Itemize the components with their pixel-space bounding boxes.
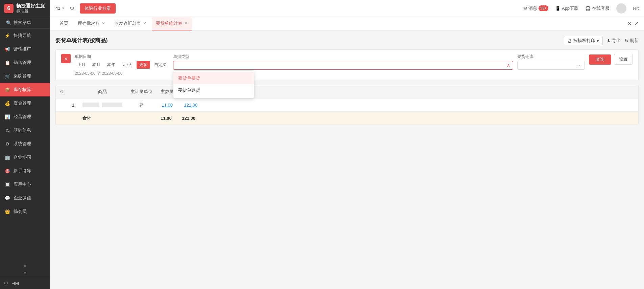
sidebar-item-system[interactable]: ⚙ 系统管理 xyxy=(0,137,50,151)
tab-receive-summary[interactable]: 收发存汇总表 ✕ xyxy=(111,17,150,30)
sidebar-item-guide[interactable]: 🎯 新手引导 xyxy=(0,164,50,178)
tab-home[interactable]: 首页 xyxy=(55,17,72,30)
date-range-text: 2023-05-06 至 2023-06-06 xyxy=(75,71,169,76)
sidebar-item-purchase[interactable]: 🛒 采购管理 xyxy=(0,69,50,83)
amount-link[interactable]: 121.00 xyxy=(184,103,197,108)
messages-badge: 99+ xyxy=(539,5,548,11)
nav-label: 采购管理 xyxy=(14,73,31,79)
tab-expand-btn[interactable]: ⤢ xyxy=(634,20,639,27)
dropdown-item-requisition[interactable]: 要货单要货 xyxy=(173,72,254,84)
sidebar-item-enterprise[interactable]: 🏢 企业协同 xyxy=(0,151,50,164)
sidebar-settings-icon[interactable]: ⚙ xyxy=(4,281,8,286)
tab-close-all-btn[interactable]: ✕ xyxy=(627,20,631,27)
store-name: 41 xyxy=(55,6,60,11)
warehouse-more-btn[interactable]: ⋯ xyxy=(577,63,582,68)
avatar[interactable] xyxy=(616,3,626,14)
quantity-link[interactable]: 11.00 xyxy=(162,103,173,108)
sidebar-item-appstore[interactable]: 🔲 应用中心 xyxy=(0,178,50,191)
app-download-label: App下载 xyxy=(562,5,578,12)
header-settings-icon[interactable]: ⚙ xyxy=(70,5,74,12)
col-settings-icon[interactable]: ⚙ xyxy=(60,89,64,94)
footer-empty-cell xyxy=(204,112,638,125)
more-shortcuts-btn[interactable]: 更多 xyxy=(137,61,150,69)
nav-label: 畅会员 xyxy=(14,208,27,215)
tab-order-summary[interactable]: 要货单统计表 ✕ xyxy=(152,17,192,30)
sidebar-item-quick-nav[interactable]: ⚡ 快捷导航 xyxy=(0,29,50,42)
refresh-btn[interactable]: ↻ 刷新 xyxy=(625,38,639,44)
type-filter-group: 单据类型 ∧ 要货单要货 要货单退货 xyxy=(173,54,513,70)
store-selector[interactable]: 41 ▾ xyxy=(55,6,64,11)
print-label: 按模板打印 xyxy=(573,38,595,44)
warehouse-input[interactable] xyxy=(520,63,577,68)
sidebar-scroll-up[interactable]: ▲ xyxy=(0,261,50,269)
footer-label: 合计 xyxy=(82,115,91,120)
sidebar-item-sales[interactable]: 📋 销售管理 xyxy=(0,56,50,69)
filter-settings-btn[interactable]: 设置 xyxy=(614,54,633,65)
sidebar-scroll-down[interactable]: ▼ xyxy=(0,269,50,277)
print-btn[interactable]: 🖨 按模板打印 ▾ xyxy=(564,36,603,45)
footer-quantity-cell: 11.00 xyxy=(157,112,178,125)
tab-inventory-batch[interactable]: 库存批次账 ✕ xyxy=(74,17,109,30)
filter-expand-btn[interactable]: » xyxy=(61,54,71,63)
sidebar-item-operation[interactable]: 📊 经营管理 xyxy=(0,110,50,124)
product-cell xyxy=(82,103,122,107)
type-input[interactable] xyxy=(176,63,507,68)
logo-icon: 6 xyxy=(4,4,14,13)
query-btn[interactable]: 查询 xyxy=(589,54,611,65)
filter-row: » 单据日期 上月 本月 本年 近7天 更多 自定义 2023-05-06 至 … xyxy=(61,54,633,76)
online-service-label: 在线客服 xyxy=(592,5,610,12)
sidebar-item-wechat[interactable]: 💬 企业微信 xyxy=(0,191,50,205)
trial-btn[interactable]: 体验行业方案 xyxy=(80,3,116,14)
page-content: 要货单统计表(按商品) 🖨 按模板打印 ▾ ⬇ 导出 ↻ 刷新 xyxy=(50,30,644,289)
operation-icon: 📊 xyxy=(4,113,11,120)
dropdown-item-return[interactable]: 要货单退货 xyxy=(173,84,254,96)
col-product-header: 商品 xyxy=(78,85,126,98)
sidebar-item-finance[interactable]: 💰 资金管理 xyxy=(0,96,50,110)
header: 41 ▾ ⚙ 体验行业方案 ✉ 消息 99+ 📱 App下载 🎧 在线客服 Ri… xyxy=(50,0,644,17)
recent-7-btn[interactable]: 近7天 xyxy=(119,61,135,69)
type-dropdown-arrow[interactable]: ∧ xyxy=(507,63,510,68)
messages-btn[interactable]: ✉ 消息 99+ xyxy=(523,5,548,12)
tab-order-summary-close[interactable]: ✕ xyxy=(184,21,188,26)
export-label: 导出 xyxy=(612,38,621,44)
sidebar-item-marketing[interactable]: 📢 营销推广 xyxy=(0,42,50,56)
tab-home-label: 首页 xyxy=(59,20,68,26)
row-quantity-cell: 11.00 xyxy=(157,98,178,112)
sidebar-item-basic[interactable]: 🗂 基础信息 xyxy=(0,124,50,137)
quick-nav-icon: ⚡ xyxy=(4,32,11,39)
header-left: 41 ▾ ⚙ 体验行业方案 xyxy=(55,3,116,14)
prev-month-btn[interactable]: 上月 xyxy=(75,61,88,69)
date-shortcuts: 上月 本月 本年 近7天 更多 自定义 xyxy=(75,61,169,69)
footer-unit-cell xyxy=(126,112,157,125)
app-download-btn[interactable]: 📱 App下载 xyxy=(555,5,578,12)
sidebar-collapse-btn[interactable]: ◀◀ xyxy=(12,281,19,286)
footer-seq-cell xyxy=(68,112,78,125)
service-icon: 🎧 xyxy=(585,6,591,11)
tab-receive-summary-close[interactable]: ✕ xyxy=(143,21,146,26)
inventory-icon: 📦 xyxy=(4,86,11,93)
sidebar-nav: ⚡ 快捷导航 📢 营销推广 📋 销售管理 🛒 采购管理 📦 库存核算 💰 资金管… xyxy=(0,29,50,261)
brand-name: 畅捷通好生意 xyxy=(16,3,45,9)
col-empty-header xyxy=(204,85,638,98)
header-right: ✉ 消息 99+ 📱 App下载 🎧 在线客服 Rit xyxy=(523,3,639,14)
system-icon: ⚙ xyxy=(4,140,11,147)
product-name-placeholder xyxy=(82,103,99,107)
row-empty-cell xyxy=(204,98,638,112)
this-year-btn[interactable]: 本年 xyxy=(104,61,118,69)
online-service-btn[interactable]: 🎧 在线客服 xyxy=(585,5,610,12)
sidebar-search[interactable]: 🔍 搜索菜单 xyxy=(0,17,50,29)
messages-icon: ✉ xyxy=(523,6,527,11)
type-input-container: ∧ 要货单要货 要货单退货 xyxy=(173,61,513,70)
search-icon: 🔍 xyxy=(6,20,11,25)
export-btn[interactable]: ⬇ 导出 xyxy=(607,38,621,44)
tab-inventory-batch-close[interactable]: ✕ xyxy=(102,21,105,26)
filter-panel: » 单据日期 上月 本月 本年 近7天 更多 自定义 2023-05-06 至 … xyxy=(55,49,639,81)
sidebar-item-member[interactable]: 👑 畅会员 xyxy=(0,205,50,218)
sidebar-item-inventory[interactable]: 📦 库存核算 xyxy=(0,83,50,96)
dropdown-item-label: 要货单要货 xyxy=(178,75,200,81)
guide-icon: 🎯 xyxy=(4,168,11,174)
footer-label-cell: 合计 xyxy=(78,112,126,125)
nav-label: 企业微信 xyxy=(14,195,31,201)
this-month-btn[interactable]: 本月 xyxy=(90,61,103,69)
custom-date-btn[interactable]: 自定义 xyxy=(151,61,169,69)
